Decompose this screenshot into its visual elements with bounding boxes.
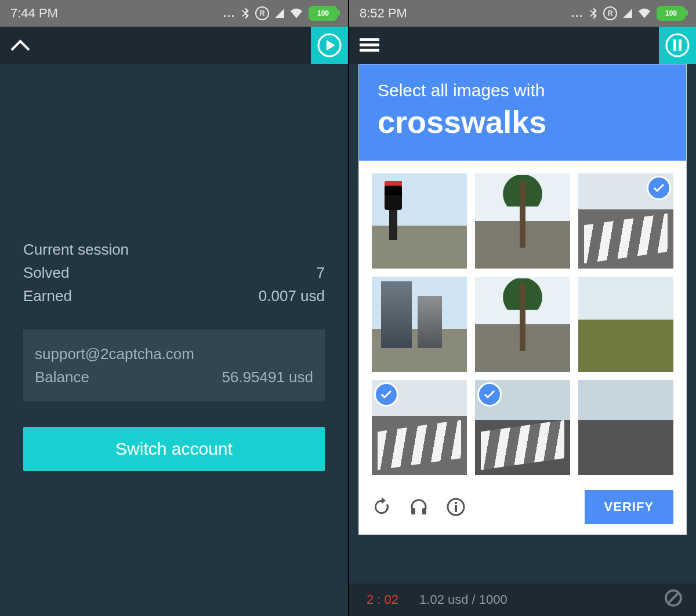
check-icon [477,382,502,407]
chevron-up-icon [10,39,30,51]
rate-text: 1.02 usd / 1000 [419,592,507,607]
check-icon [374,382,398,407]
captcha-tile[interactable] [372,380,467,475]
collapse-button[interactable] [0,27,41,64]
more-icon: ... [223,8,235,20]
solved-label: Solved [23,261,70,284]
app-bar [349,27,696,64]
svg-rect-1 [360,38,379,41]
svg-rect-3 [360,49,379,52]
captcha-tile[interactable] [475,173,570,269]
balance-value: 56.95491 usd [222,365,313,389]
captcha-prompt-line1: Select all images with [378,81,668,100]
captcha-tile[interactable] [475,277,570,372]
earned-value: 0.007 usd [259,284,325,307]
captcha-tile[interactable] [372,173,467,269]
svg-rect-5 [673,39,676,51]
bottom-bar: 2 : 02 1.02 usd / 1000 [349,584,696,616]
balance-label: Balance [35,365,89,389]
captcha-tile[interactable] [578,380,673,475]
audio-button[interactable] [409,497,429,517]
r-icon: R [603,6,617,20]
more-icon: ... [571,8,583,20]
battery-icon: 100 [657,6,686,21]
captcha-tile[interactable] [475,380,570,475]
svg-rect-2 [360,44,379,46]
svg-point-10 [455,502,457,504]
captcha-card: Select all images with crosswalks [358,64,687,535]
ban-icon [664,588,683,608]
captcha-tile[interactable] [578,173,673,269]
svg-rect-11 [455,505,457,512]
status-time: 7:44 PM [10,6,58,21]
pause-icon [665,32,690,58]
app-bar [0,27,348,64]
session-title: Current session [23,238,129,261]
signal-icon [275,9,284,18]
info-icon [446,497,466,517]
r-icon: R [255,6,269,20]
play-button[interactable] [311,27,348,64]
reload-button[interactable] [372,497,392,517]
captcha-tile[interactable] [372,277,467,372]
signal-icon [623,9,632,18]
svg-line-13 [668,593,679,603]
earned-label: Earned [23,284,72,307]
captcha-tile[interactable] [578,277,673,372]
svg-rect-6 [679,39,682,51]
captcha-prompt-line2: crosswalks [378,104,668,140]
account-card: support@2captcha.com Balance 56.95491 us… [23,329,325,401]
headphones-icon [409,497,429,517]
switch-account-button[interactable]: Switch account [23,427,325,471]
battery-icon: 100 [309,6,338,21]
wifi-icon [638,8,651,19]
menu-button[interactable] [349,27,390,64]
skip-button[interactable] [664,588,683,611]
solved-value: 7 [317,261,325,284]
info-button[interactable] [446,497,466,517]
status-bar: 7:44 PM ... R 100 [0,0,348,27]
pause-button[interactable] [659,27,696,64]
hamburger-icon [360,38,379,52]
account-email: support@2captcha.com [35,342,194,365]
svg-rect-8 [422,508,426,514]
bluetooth-icon [589,8,597,19]
svg-rect-7 [411,508,415,514]
captcha-grid [359,161,686,485]
status-bar: 8:52 PM ... R 100 [349,0,696,27]
captcha-header: Select all images with crosswalks [359,64,686,161]
status-time: 8:52 PM [360,6,407,21]
play-icon [317,32,342,58]
check-icon [647,176,671,200]
reload-icon [372,497,392,517]
timer: 2 : 02 [367,592,398,607]
svg-point-4 [666,34,688,56]
verify-button[interactable]: VERIFY [585,490,673,524]
bluetooth-icon [241,8,249,19]
wifi-icon [290,8,303,19]
